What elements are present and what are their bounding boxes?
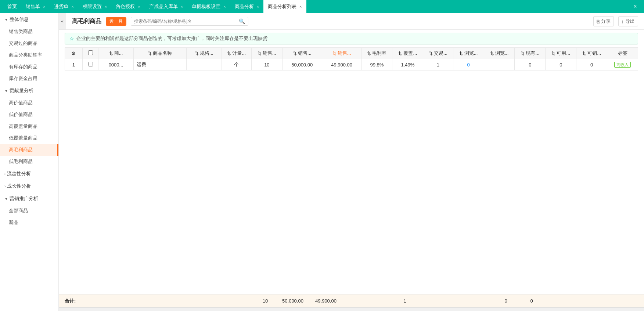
cell-check[interactable] bbox=[82, 59, 98, 70]
sidebar-section-trend[interactable]: › 流趋性分析 bbox=[0, 167, 58, 180]
sidebar-item-high-margin[interactable]: 高毛利商品 bbox=[0, 144, 58, 156]
sidebar-item-new-goods[interactable]: 新品 bbox=[0, 217, 58, 228]
col-avail-sort-icon: ⇅ bbox=[551, 51, 555, 56]
sidebar-item-sales-goods[interactable]: 销售类商品 bbox=[0, 26, 58, 37]
header-actions: ⎘ 分享 ↑ 导出 bbox=[593, 16, 638, 26]
sidebar-item-traded-goods[interactable]: 交易过的商品 bbox=[0, 37, 58, 49]
cell-sales-amt: 50,000.00 bbox=[282, 59, 322, 70]
nav-product-in[interactable]: 产成品入库单 × bbox=[145, 0, 187, 13]
search-icon[interactable]: 🔍 bbox=[239, 18, 245, 24]
col-spec-sort-icon: ⇅ bbox=[195, 51, 199, 56]
col-header-sales-cost[interactable]: ⇅ 销售... bbox=[322, 48, 361, 59]
col-header-browse1[interactable]: ⇅ 浏览... bbox=[453, 48, 484, 59]
search-input[interactable] bbox=[134, 19, 237, 24]
nav-product-in-close[interactable]: × bbox=[181, 4, 183, 9]
period-button[interactable]: 近一月 bbox=[106, 17, 126, 26]
col-header-sales-qty[interactable]: ⇅ 销售... bbox=[251, 48, 282, 59]
page-title: 高毛利商品 bbox=[72, 18, 101, 25]
col-unit-sort-icon: ⇅ bbox=[227, 51, 231, 56]
data-table: ⚙ ⇅ 商... bbox=[65, 47, 638, 70]
footer-sales-qty: 10 bbox=[254, 298, 276, 304]
col-header-gross-rate[interactable]: ⇅ 毛利率 bbox=[361, 48, 392, 59]
col-sellable-sort-icon: ⇅ bbox=[582, 51, 586, 56]
footer-sales-amt: 50,000.00 bbox=[276, 298, 309, 304]
sidebar-item-high-value[interactable]: 高价值商品 bbox=[0, 97, 58, 109]
col-header-unit[interactable]: ⇅ 计量... bbox=[222, 48, 251, 59]
col-header-spec[interactable]: ⇅ 规格... bbox=[186, 48, 222, 59]
sidebar-section-overall[interactable]: ▼ 整体信息 bbox=[0, 13, 58, 26]
search-box: 🔍 bbox=[131, 17, 248, 26]
top-nav: 首页 销售单 × 进货单 × 权限设置 × 角色授权 × 产成品入库单 × 单据… bbox=[0, 0, 644, 13]
cell-spec bbox=[186, 59, 222, 70]
footer-sellable: 0 bbox=[519, 298, 544, 304]
col-header-avail[interactable]: ⇅ 可用... bbox=[546, 48, 576, 59]
sidebar-collapse-button[interactable]: « bbox=[59, 13, 66, 29]
col-salesamt-sort-icon: ⇅ bbox=[293, 51, 297, 56]
content-area: « 高毛利商品 近一月 🔍 ⎘ 分享 ↑ 导出 bbox=[59, 13, 644, 311]
sidebar-item-category-rate[interactable]: 商品分类助销率 bbox=[0, 49, 58, 61]
sidebar-item-low-value[interactable]: 低价值商品 bbox=[0, 109, 58, 120]
arrow-trend: › bbox=[4, 172, 6, 176]
cell-avail: 0 bbox=[546, 59, 576, 70]
nav-permission[interactable]: 权限设置 × bbox=[78, 0, 111, 13]
sidebar: ▼ 整体信息 销售类商品 交易过的商品 商品分类助销率 有库存的商品 库存资金占… bbox=[0, 13, 59, 311]
cell-name: 运费 bbox=[133, 59, 186, 70]
nav-role[interactable]: 角色授权 × bbox=[111, 0, 144, 13]
col-name-sort-icon: ⇅ bbox=[148, 51, 152, 56]
nav-purchase-close[interactable]: × bbox=[71, 4, 73, 9]
col-header-stock[interactable]: ⇅ 现有... bbox=[515, 48, 546, 59]
cell-browse1[interactable]: 0 bbox=[453, 59, 484, 70]
cell-trade: 1 bbox=[423, 59, 453, 70]
arrow-growth: › bbox=[4, 184, 6, 188]
cell-sales-cost: 49,900.00 bbox=[322, 59, 361, 70]
col-header-coverage[interactable]: ⇅ 覆盖... bbox=[392, 48, 423, 59]
share-icon: ⎘ bbox=[597, 19, 600, 24]
main-layout: ▼ 整体信息 销售类商品 交易过的商品 商品分类助销率 有库存的商品 库存资金占… bbox=[0, 13, 644, 311]
sidebar-section-marketing[interactable]: ▼ 营销推广分析 bbox=[0, 192, 58, 205]
nav-home[interactable]: 首页 bbox=[3, 0, 21, 13]
footer-avail: 0 bbox=[493, 298, 519, 304]
sidebar-item-low-coverage[interactable]: 低覆盖量商品 bbox=[0, 132, 58, 144]
nav-goods-analysis[interactable]: 商品分析 × bbox=[230, 0, 263, 13]
col-grossrate-sort-icon: ⇅ bbox=[367, 51, 371, 56]
row-checkbox[interactable] bbox=[88, 62, 93, 66]
col-header-sku[interactable]: ⇅ 商... bbox=[98, 48, 134, 59]
sidebar-item-all-goods[interactable]: 全部商品 bbox=[0, 205, 58, 217]
col-header-index[interactable]: ⚙ bbox=[65, 48, 83, 59]
export-button[interactable]: ↑ 导出 bbox=[618, 16, 638, 26]
sidebar-item-high-coverage[interactable]: 高覆盖量商品 bbox=[0, 120, 58, 132]
nav-role-close[interactable]: × bbox=[138, 4, 140, 9]
nav-purchase[interactable]: 进货单 × bbox=[50, 0, 78, 13]
nav-goods-analysis-close[interactable]: × bbox=[257, 4, 259, 9]
sidebar-item-stock-fund[interactable]: 库存资金占用 bbox=[0, 73, 58, 84]
col-header-sellable[interactable]: ⇅ 可销... bbox=[576, 48, 607, 59]
nav-permission-close[interactable]: × bbox=[105, 4, 107, 9]
sidebar-item-in-stock[interactable]: 有库存的商品 bbox=[0, 61, 58, 73]
cell-unit: 个 bbox=[222, 59, 251, 70]
cell-index: 1 bbox=[65, 59, 83, 70]
col-stock-sort-icon: ⇅ bbox=[521, 51, 525, 56]
col-salescost-sort-icon: ⇅ bbox=[332, 51, 337, 56]
window-close-button[interactable]: × bbox=[629, 1, 641, 12]
hint-text: 企业的主要的利润都是这部分商品创造的，可考虑加大推广，同时关注库存是不要出现缺货 bbox=[76, 35, 267, 42]
col-coverage-sort-icon: ⇅ bbox=[398, 51, 402, 56]
nav-goods-analysis-list[interactable]: 商品分析列表 × bbox=[263, 0, 306, 13]
sidebar-section-growth[interactable]: › 成长性分析 bbox=[0, 180, 58, 192]
nav-goods-analysis-list-close[interactable]: × bbox=[299, 4, 302, 9]
nav-sales[interactable]: 销售单 × bbox=[21, 0, 50, 13]
horizontal-scrollbar[interactable] bbox=[59, 307, 644, 311]
footer-trade: 1 bbox=[394, 298, 416, 304]
select-all-checkbox[interactable] bbox=[88, 50, 93, 55]
share-button[interactable]: ⎘ 分享 bbox=[593, 16, 614, 26]
sidebar-item-low-margin[interactable]: 低毛利商品 bbox=[0, 156, 58, 167]
col-header-check[interactable] bbox=[82, 48, 98, 59]
col-header-sales-amt[interactable]: ⇅ 销售... bbox=[282, 48, 322, 59]
col-header-name[interactable]: ⇅ 商品名称 bbox=[133, 48, 186, 59]
col-header-trade[interactable]: ⇅ 交易... bbox=[423, 48, 453, 59]
nav-sales-close[interactable]: × bbox=[43, 4, 45, 9]
nav-template[interactable]: 单据模板设置 × bbox=[187, 0, 230, 13]
nav-template-close[interactable]: × bbox=[223, 4, 226, 9]
sidebar-section-contribution[interactable]: ▼ 贡献量分析 bbox=[0, 84, 58, 97]
cell-coverage: 1.49% bbox=[392, 59, 423, 70]
col-header-browse2[interactable]: ⇅ 浏览... bbox=[484, 48, 515, 59]
